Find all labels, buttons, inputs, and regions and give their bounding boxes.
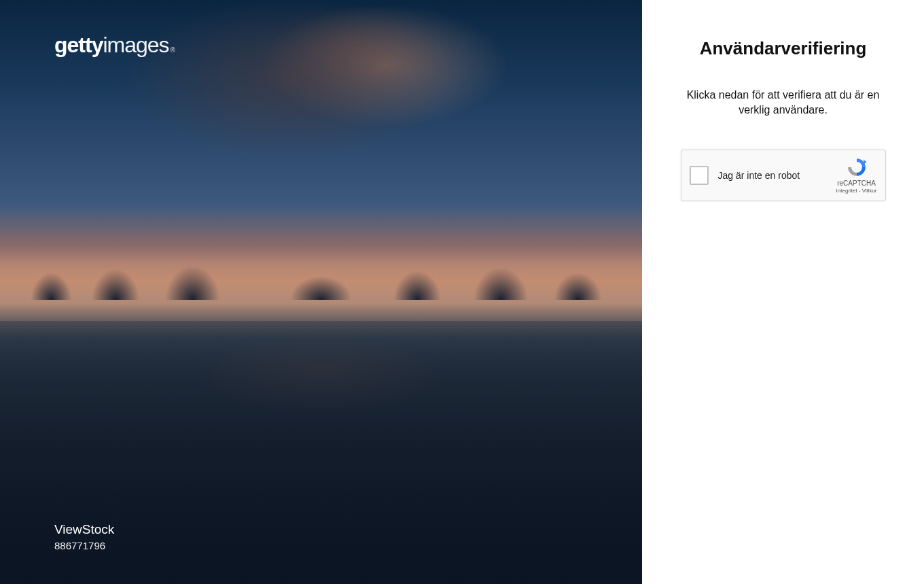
image-credit-name: ViewStock xyxy=(54,522,114,537)
hero-background-image: gettyimages® ViewStock 886771796 xyxy=(0,0,642,584)
recaptcha-checkbox[interactable] xyxy=(690,166,709,185)
recaptcha-links: Integritet - Villkor xyxy=(836,188,877,194)
logo-light-text: images xyxy=(103,33,168,58)
recaptcha-brand-text: reCAPTCHA xyxy=(837,179,876,187)
recaptcha-privacy-link[interactable]: Integritet xyxy=(836,188,857,194)
recaptcha-icon xyxy=(846,156,868,178)
recaptcha-widget: Jag är inte en robot reCAPTCHA Integrite… xyxy=(681,150,886,201)
verification-instruction: Klicka nedan för att verifiera att du är… xyxy=(681,88,885,118)
recaptcha-terms-link[interactable]: Villkor xyxy=(862,188,877,194)
recaptcha-logo-area: reCAPTCHA Integritet - Villkor xyxy=(836,156,877,194)
image-credit-block: ViewStock 886771796 xyxy=(54,522,114,551)
logo-registered-mark: ® xyxy=(171,46,175,54)
recaptcha-separator: - xyxy=(857,188,862,194)
logo-bold-text: getty xyxy=(54,33,103,58)
recaptcha-label: Jag är inte en robot xyxy=(718,170,831,181)
decorative-mountains xyxy=(0,245,642,300)
gettyimages-logo: gettyimages® xyxy=(54,33,175,58)
verification-title: Användarverifiering xyxy=(700,38,867,59)
verification-panel: Användarverifiering Klicka nedan för att… xyxy=(642,0,924,584)
image-credit-id: 886771796 xyxy=(54,540,114,551)
